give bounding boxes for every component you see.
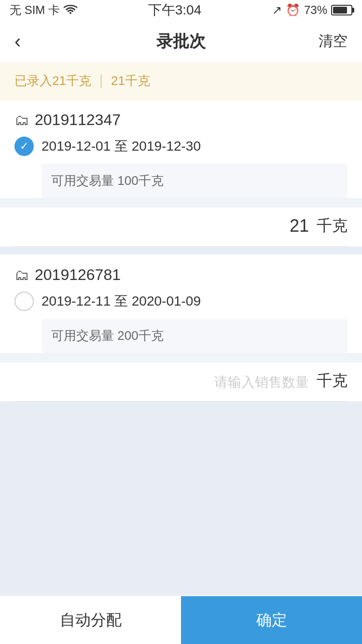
wifi-icon	[64, 3, 77, 17]
recorded-label: 已录入21千克	[14, 72, 91, 89]
batch-date-2: 2019-12-11 至 2020-01-09	[42, 292, 201, 310]
batch-availability-2: 可用交易量 200千克	[42, 319, 348, 353]
battery-icon	[331, 5, 352, 15]
radio-1[interactable]	[14, 137, 34, 156]
radio-2[interactable]	[14, 292, 34, 311]
batch-date-row-1[interactable]: 2019-12-01 至 2019-12-30	[14, 137, 348, 156]
alarm-icon: ⏰	[286, 3, 300, 17]
status-left: 无 SIM 卡	[10, 2, 77, 18]
page-title: 录批次	[156, 30, 206, 53]
batch-id-1: 2019112347	[35, 111, 121, 129]
quantity-input-2[interactable]	[212, 371, 309, 391]
batch-availability-1: 可用交易量 100千克	[42, 164, 348, 198]
batch-header-1: 🗂 2019112347	[14, 111, 348, 129]
clear-button[interactable]: 清空	[319, 31, 348, 51]
quantity-row-1: 千克	[0, 208, 362, 246]
batch-date-1: 2019-12-01 至 2019-12-30	[42, 137, 201, 155]
recorded-value: 21千克	[111, 72, 150, 89]
status-time: 下午3:04	[148, 1, 202, 19]
back-button[interactable]: ‹	[14, 30, 43, 52]
info-banner: 已录入21千克 21千克	[0, 63, 362, 99]
batch-date-row-2[interactable]: 2019-12-11 至 2020-01-09	[14, 292, 348, 311]
batch-doc-icon-2: 🗂	[14, 267, 29, 283]
empty-area	[0, 402, 362, 595]
batch-doc-icon-1: 🗂	[14, 112, 29, 128]
quantity-unit-1: 千克	[317, 215, 348, 237]
quantity-input-1[interactable]	[212, 216, 309, 236]
confirm-button[interactable]: 确定	[181, 596, 362, 644]
info-divider	[101, 74, 101, 88]
quantity-unit-2: 千克	[317, 370, 348, 392]
section-divider	[0, 247, 362, 254]
batch-item-2: 🗂 2019126781 2019-12-11 至 2020-01-09 可用交…	[0, 254, 362, 353]
status-right: ↗ ⏰ 73%	[272, 3, 352, 17]
sim-status: 无 SIM 卡	[10, 2, 60, 18]
location-icon: ↗	[272, 3, 282, 17]
auto-distribute-button[interactable]: 自动分配	[0, 596, 181, 644]
batch-header-2: 🗂 2019126781	[14, 266, 348, 284]
status-bar: 无 SIM 卡 下午3:04 ↗ ⏰ 73%	[0, 0, 362, 20]
bottom-bar: 自动分配 确定	[0, 596, 362, 644]
nav-bar: ‹ 录批次 清空	[0, 20, 362, 63]
batch-id-2: 2019126781	[35, 266, 121, 284]
battery-percent: 73%	[304, 3, 327, 17]
quantity-row-2: 千克	[0, 363, 362, 401]
batch-item-1: 🗂 2019112347 2019-12-01 至 2019-12-30 可用交…	[0, 99, 362, 198]
